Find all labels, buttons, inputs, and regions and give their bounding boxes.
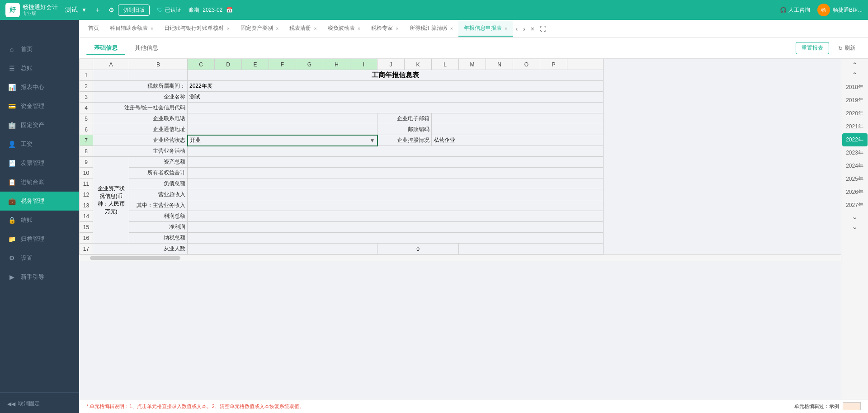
col-header-M[interactable]: M [459,59,486,70]
sidebar-item-reports[interactable]: 📊 报表中心 [0,78,79,97]
cell-16-value[interactable] [188,233,604,244]
sidebar-item-funds[interactable]: 💳 资金管理 [0,97,79,116]
tab-close-tax-table[interactable]: × [314,26,316,31]
reset-report-button[interactable]: 重置报表 [796,42,829,54]
cell-12-value[interactable] [188,189,604,200]
double-down-icon[interactable]: ⌄ [852,212,858,222]
col-header-O[interactable]: O [513,59,540,70]
year-item-2021[interactable]: 2021年 [842,120,868,133]
col-header-E[interactable]: E [242,59,269,70]
cell-8-value[interactable] [188,146,604,157]
tab-close-journal[interactable]: × [226,26,229,31]
cell-17-middle[interactable]: 0 [377,244,459,254]
col-header-K[interactable]: K [405,59,432,70]
col-header-N[interactable]: N [486,59,513,70]
year-item-2027[interactable]: 2027年 [842,199,868,212]
cell-11-value[interactable] [188,178,604,189]
col-header-I[interactable]: I [350,59,377,70]
col-header-D[interactable]: D [215,59,242,70]
sidebar-item-invoice[interactable]: 🧾 发票管理 [0,154,79,173]
cell-13-value[interactable] [188,200,604,211]
tab-tax-wave[interactable]: 税负波动表 × [322,21,366,37]
col-header-L[interactable]: L [432,59,459,70]
tab-journal[interactable]: 日记账与银行对账单核对 × [159,21,235,37]
workspace-settings-icon[interactable]: ⚙ [108,6,114,14]
year-item-2024[interactable]: 2024年 [842,160,868,173]
cell-5-value[interactable] [188,113,377,124]
col-header-F[interactable]: F [269,59,296,70]
sidebar-item-ledger[interactable]: ☰ 总账 [0,59,79,78]
cell-6-value[interactable] [188,124,377,135]
cancel-fixed-button[interactable]: ◀◀ 取消固定 [0,394,79,413]
col-header-G[interactable]: G [296,59,323,70]
chevron-up-icon[interactable]: ⌃ [852,61,858,70]
tab-scroll-right-button[interactable]: › [520,23,528,34]
cell-1-A[interactable] [93,70,129,81]
year-scroll-down[interactable]: ⌄ ⌄ [852,212,858,232]
year-item-2019[interactable]: 2019年 [842,94,868,107]
sidebar-item-archive[interactable]: 📁 归档管理 [0,230,79,249]
horizontal-scrollbar[interactable] [79,254,841,261]
tab-close-tax-wave[interactable]: × [358,26,360,31]
tab-fixed-asset[interactable]: 固定资产类别 × [235,21,284,37]
refresh-button[interactable]: ↻ 刷新 [833,42,861,54]
tab-close-aux[interactable]: × [151,26,153,31]
cell-7-right-value[interactable]: 私营企业 [432,135,604,146]
sidebar-item-fixed-assets[interactable]: 🏢 固定资产 [0,116,79,135]
col-header-Q[interactable] [567,59,604,70]
year-item-2020[interactable]: 2020年 [842,107,868,120]
col-header-J[interactable]: J [377,59,405,70]
tab-close-tax-check[interactable]: × [396,26,398,31]
sidebar-item-guide[interactable]: ▶ 新手引导 [0,268,79,286]
tab-expand-button[interactable]: ⛶ [537,23,549,34]
sidebar-item-tax[interactable]: 💼 税务管理 [0,192,79,211]
col-header-A[interactable]: A [93,59,129,70]
tab-close-annual[interactable]: × [505,26,507,31]
tab-close-income-tax[interactable]: × [450,26,453,31]
add-workspace-button[interactable]: ＋ [94,5,101,15]
sidebar-item-home[interactable]: ⌂ 首页 [0,40,79,59]
switch-old-version-button[interactable]: 切到旧版 [118,5,150,16]
tab-close-all-button[interactable]: × [528,23,537,34]
spreadsheet-main[interactable]: A B C D E F G H I J K L [79,59,841,399]
tab-home[interactable]: 首页 [83,21,104,37]
sidebar-item-close[interactable]: 🔒 结账 [0,211,79,230]
tab-aux[interactable]: 科目辅助余额表 × [104,21,159,37]
cell-6-right-value[interactable] [432,124,604,135]
tab-tax-table[interactable]: 税表清册 × [284,21,322,37]
col-header-P[interactable]: P [540,59,567,70]
year-item-2022[interactable]: 2022年 [842,133,868,146]
dropdown-arrow-icon[interactable]: ▼ [370,137,375,144]
year-item-2018[interactable]: 2018年 [842,81,868,94]
year-item-2026[interactable]: 2026年 [842,186,868,199]
cell-4-value[interactable] [188,103,604,113]
cell-1-B[interactable] [129,70,188,81]
cell-5-right-value[interactable] [432,113,604,124]
col-header-H[interactable]: H [323,59,350,70]
double-up-icon[interactable]: ⌃ [852,70,858,80]
cell-15-value[interactable] [188,222,604,233]
workspace-dropdown-icon[interactable]: ▼ [81,7,87,13]
year-scroll-up[interactable]: ⌃ ⌃ [852,61,858,81]
sidebar-item-settings[interactable]: ⚙ 设置 [0,249,79,268]
sidebar-item-payroll[interactable]: 👤 工资 [0,135,79,154]
cell-3-value[interactable]: 测试 [188,92,604,103]
scrollbar-thumb[interactable] [90,256,180,260]
sidebar-item-purchase[interactable]: 📋 进销台账 [0,173,79,192]
cell-10-value[interactable] [188,168,604,178]
col-header-C[interactable]: C [188,59,215,70]
chevron-down-icon[interactable]: ⌄ [852,222,858,232]
sub-tab-other[interactable]: 其他信息 [127,42,166,55]
tab-scroll-left-button[interactable]: ‹ [513,23,521,34]
cell-17-right[interactable] [459,244,604,254]
tab-close-fixed-asset[interactable]: × [276,26,278,31]
cell-7-value[interactable]: 开业 ▼ [188,135,377,146]
cell-14-value[interactable] [188,211,604,222]
col-header-B[interactable]: B [129,59,188,70]
calendar-icon[interactable]: 📅 [226,7,233,13]
year-item-2023[interactable]: 2023年 [842,146,868,160]
tab-annual[interactable]: 年报信息申报表 × [458,21,513,37]
year-item-2025[interactable]: 2025年 [842,173,868,186]
cell-9-value[interactable] [188,157,604,168]
service-button[interactable]: 🎧 人工咨询 [780,6,810,14]
